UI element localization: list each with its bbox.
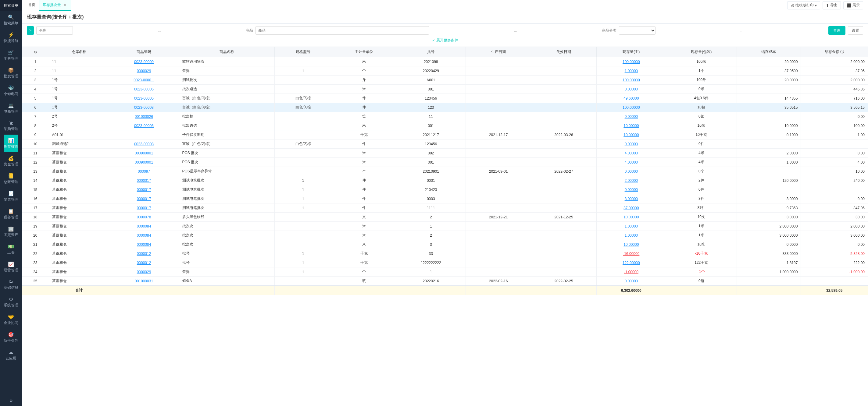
cell-goods-code[interactable]: 0023-00008 (109, 139, 179, 149)
cell-qty-main[interactable]: 100.00000 (596, 57, 666, 66)
cell-batch: 2021098 (396, 57, 466, 66)
cell-goods-code[interactable]: 001000031 (109, 276, 179, 286)
cell-qty-main[interactable]: 2.00000 (596, 176, 666, 185)
cell-qty-main[interactable]: 10.00000 (596, 121, 666, 130)
cell-goods-code[interactable]: 0000012 (109, 249, 179, 258)
cell-goods-code[interactable]: 000900001 (109, 158, 179, 167)
cell-qty-main[interactable]: 4.00000 (596, 149, 666, 158)
table-row: 15菖蓄粮仓0000017测试电笔批次1件2104230.000000件 (22, 185, 868, 194)
cell-goods-code[interactable]: 0000017 (109, 194, 179, 203)
cell-goods-code[interactable]: 0000078 (109, 212, 179, 222)
sidebar-item-fixed-asset[interactable]: 🏢固定资产 (4, 223, 18, 241)
cell-goods-code[interactable]: 0023-0000... (109, 75, 179, 85)
cell-qty-main[interactable]: -16.00000 (596, 249, 666, 258)
sidebar-item-basic[interactable]: 🗂基础信息 (4, 276, 18, 293)
cell-qty-main[interactable]: 122.00000 (596, 258, 666, 267)
cell-unit-cost: 14.4355 (737, 94, 801, 103)
filter-expand-btn[interactable]: > (27, 26, 34, 35)
cell-goods-code[interactable]: 0000029 (109, 66, 179, 75)
tab-close-inventory-batch[interactable]: ✕ (63, 3, 67, 7)
warehouse-dots: ... (75, 28, 243, 33)
cell-qty-main[interactable]: 0.00000 (596, 276, 666, 286)
cell-goods-code[interactable]: 0023-00009 (109, 57, 179, 66)
sidebar-item-sys[interactable]: ⚙系统管理 (4, 293, 18, 311)
cell-qty-main[interactable]: 3.00000 (596, 194, 666, 203)
search-btn[interactable]: 查询 (828, 26, 845, 35)
cell-goods-code[interactable] (109, 130, 179, 139)
cell-goods-code[interactable]: 000900001 (109, 149, 179, 158)
print-btn[interactable]: 🖨 按模版打印 ▾ (787, 1, 820, 9)
sidebar-item-asset[interactable]: 💰资金管理 (4, 152, 18, 170)
cell-qty-main[interactable]: 0.00000 (596, 112, 666, 121)
cell-qty-main[interactable]: 10.00000 (596, 212, 666, 222)
cell-qty-main[interactable]: 10.00000 (596, 130, 666, 139)
cell-qty-main[interactable]: 10.00000 (596, 240, 666, 249)
tab-inventory-batch[interactable]: 库存批次量✕ (39, 0, 71, 11)
set-btn[interactable]: 设置 (848, 26, 863, 35)
sidebar-item-mini-ecom[interactable]: 🐳小鲸电商 (4, 82, 18, 100)
cell-qty-main[interactable]: 1.00000 (596, 66, 666, 75)
sidebar-item-tax[interactable]: 📋税务管理 (4, 205, 18, 223)
cell-qty-main[interactable]: 1.00000 (596, 222, 666, 231)
cell-qty-main[interactable]: 87.00000 (596, 203, 666, 212)
cell-qty-main[interactable]: 4.00000 (596, 158, 666, 167)
cell-qty-main[interactable]: 0.00000 (596, 85, 666, 94)
sidebar-item-collab[interactable]: 🤝企业协同 (4, 311, 18, 329)
cell-qty-main[interactable]: 1.00000 (596, 231, 666, 240)
cell-idx: 3 (22, 75, 49, 85)
tab-home[interactable]: 首页 (24, 0, 39, 11)
cell-qty-main[interactable]: 0.00000 (596, 185, 666, 194)
cell-goods-code[interactable]: 0000012 (109, 258, 179, 267)
sidebar-item-ecom[interactable]: 💻电商管理 (4, 100, 18, 117)
cell-goods-code[interactable]: 0000029 (109, 267, 179, 276)
cell-qty-main[interactable]: 49.60000 (596, 94, 666, 103)
goods-input[interactable] (255, 26, 429, 35)
cell-goods-code[interactable]: 0023-00005 (109, 121, 179, 130)
cell-warehouse: 测试遴选2 (49, 139, 109, 149)
sidebar-item-quick-nav[interactable]: ⚡快捷导航 (4, 29, 18, 46)
cell-qty-main[interactable]: 0.00000 (596, 139, 666, 149)
expand-conditions-row[interactable]: ✓ 展开更多条件 (27, 37, 863, 44)
cell-qty-main[interactable]: -1.00000 (596, 267, 666, 276)
cell-unit-cost: 1.8197 (737, 258, 801, 267)
cell-unit: 千克 (332, 130, 396, 139)
cell-qty-main[interactable]: 100.00000 (596, 75, 666, 85)
sidebar-item-payroll[interactable]: 💵工资 (4, 241, 18, 258)
cell-goods-code[interactable]: 000097 (109, 167, 179, 176)
cell-idx: 22 (22, 249, 49, 258)
sidebar-settings[interactable]: ⚙ (0, 396, 22, 406)
warehouse-input[interactable] (36, 26, 73, 35)
sidebar-item-retail[interactable]: 🛒零售管理 (4, 46, 18, 64)
cell-batch: 1 (396, 267, 466, 276)
cell-goods-code[interactable]: 0023-00005 (109, 94, 179, 103)
cell-goods-code[interactable]: 0000084 (109, 240, 179, 249)
cell-goods-code[interactable]: 0000017 (109, 176, 179, 185)
cell-goods-code[interactable]: 001000026 (109, 112, 179, 121)
cell-goods-code[interactable]: 0000084 (109, 222, 179, 231)
sidebar-logo[interactable]: 搜索菜单 (0, 0, 22, 11)
sidebar-item-wholesale[interactable]: 📦批发管理 (4, 64, 18, 82)
cell-qty-main[interactable]: 0.00000 (596, 167, 666, 176)
cell-unit-cost: 9.7363 (737, 203, 801, 212)
sidebar-item-purchase[interactable]: 🛍采购管理 (4, 117, 18, 135)
sidebar-item-general[interactable]: 📒总账管理 (4, 170, 18, 188)
cell-prod-date (466, 194, 531, 203)
cell-exp-date (531, 203, 596, 212)
sidebar-item-newbie[interactable]: 🎯新手引导 (4, 329, 18, 346)
tab-label-home: 首页 (28, 2, 35, 8)
sidebar-item-search[interactable]: 🔍搜索菜单 (4, 11, 18, 29)
category-select[interactable] (619, 26, 655, 35)
toggle-btn[interactable]: ⬛ 展示 (843, 1, 863, 9)
cell-qty-main[interactable]: 100.00000 (596, 103, 666, 112)
export-btn[interactable]: ⬆ 导出 (823, 1, 841, 9)
sidebar-item-invoice[interactable]: 🧾发票管理 (4, 188, 18, 205)
sidebar-item-cloud[interactable]: ☁云应用 (4, 346, 18, 364)
sidebar-item-inventory[interactable]: 📊库存核算 (4, 135, 18, 152)
cell-goods-code[interactable]: 0023-00008 (109, 103, 179, 112)
cell-goods-code[interactable]: 0000017 (109, 203, 179, 212)
table-row: 25菖蓄粮仓001000031鲜鱼A瓶202202162022-02-16202… (22, 276, 868, 286)
sidebar-item-biz-mgmt[interactable]: 📈经营管理 (4, 258, 18, 276)
cell-goods-code[interactable]: 0000084 (109, 231, 179, 240)
cell-goods-code[interactable]: 0023-00005 (109, 85, 179, 94)
cell-goods-code[interactable]: 0000017 (109, 185, 179, 194)
